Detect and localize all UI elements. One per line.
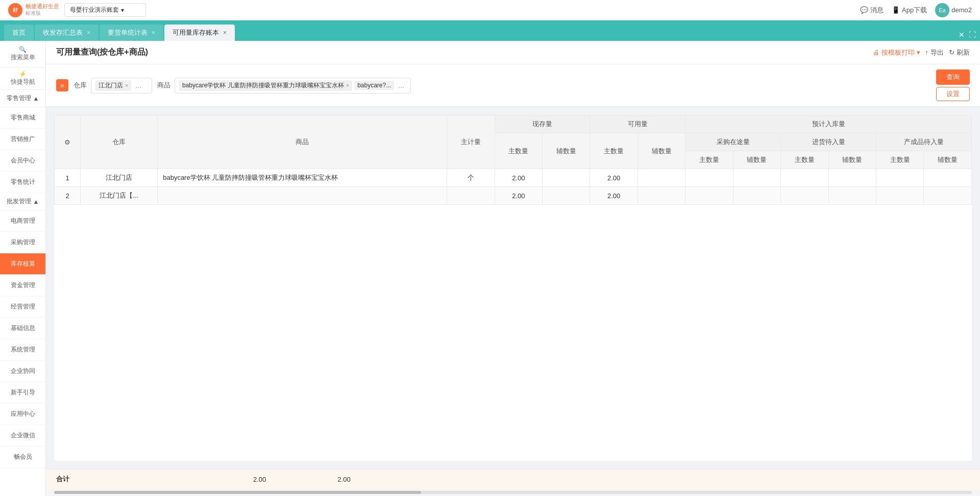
th-purchase-main: 主数量 xyxy=(685,151,733,169)
table-wrapper: ⚙ 仓库 商品 主计量 现存量 可用量 预计入库量 主数量 辅数量 主数量 xyxy=(54,115,972,461)
th-purchase-aux: 辅数量 xyxy=(733,151,780,169)
sidebar-wholesale-label: 批发管理 xyxy=(7,197,31,206)
th-current-aux: 辅数量 xyxy=(543,133,590,169)
cell-available-aux xyxy=(638,187,685,205)
th-goods: 商品 xyxy=(158,115,447,169)
message-button[interactable]: 💬 消息 xyxy=(860,6,884,15)
th-gear: ⚙ xyxy=(55,115,81,169)
tab-order-stats[interactable]: 要货单统计表 × xyxy=(100,25,163,41)
th-current-stock: 现存量 xyxy=(495,115,590,133)
sidebar-member-label: 畅会员 xyxy=(14,453,32,461)
sidebar-ecommerce-label: 电商管理 xyxy=(11,217,35,225)
warehouse-filter-label: 仓库 xyxy=(74,81,87,90)
sidebar-item-marketing[interactable]: 营销推广 xyxy=(0,129,45,150)
sidebar-retail-label: 零售管理 xyxy=(7,94,31,103)
sidebar-item-wholesale-mgmt[interactable]: 批发管理 ▲ xyxy=(0,193,45,210)
goods-filter-tag1: babycare学饮杯 儿童防摔防撞吸管杯重力球吸嘴杯宝宝水杯 × xyxy=(179,80,352,91)
cell-available-main: 2.00 xyxy=(590,169,638,187)
sidebar-item-app-center[interactable]: 应用中心 xyxy=(0,404,45,425)
logo-area: 好 畅捷通好生意 标准版 xyxy=(8,3,59,17)
close-all-icon[interactable]: ✕ xyxy=(959,31,965,39)
sidebar-item-retail-stats[interactable]: 零售统计 xyxy=(0,172,45,193)
tab-receive-send[interactable]: 收发存汇总表 × xyxy=(35,25,99,41)
logo-texts: 畅捷通好生意 标准版 xyxy=(26,3,59,17)
page-actions: 🖨 按模板打印 ▾ ↑ 导出 ↻ 刷新 xyxy=(873,48,970,57)
settings-button[interactable]: 设置 xyxy=(936,87,970,101)
tab-home[interactable]: 首页 xyxy=(4,25,34,41)
cell-available-aux xyxy=(638,169,685,187)
gear-icon[interactable]: ⚙ xyxy=(64,138,70,146)
app-download-button[interactable]: 📱 App下载 xyxy=(892,6,927,15)
th-current-main: 主数量 xyxy=(495,133,542,169)
filter-area: » 仓库 江北门店 × ... 商品 babycare学饮杯 儿童防摔防撞吸管杯… xyxy=(46,64,980,107)
goods-filter-input[interactable]: babycare学饮杯 儿童防摔防撞吸管杯重力球吸嘴杯宝宝水杯 × babyca… xyxy=(175,78,411,93)
cell-main-unit xyxy=(447,187,495,205)
cell-current-main: 2.00 xyxy=(495,169,542,187)
table-row: 2 江北门店【... 2.00 2.00 xyxy=(55,187,972,205)
cell-purchase-aux xyxy=(733,187,780,205)
tab-receive-send-close[interactable]: × xyxy=(87,29,90,36)
export-button[interactable]: ↑ 导出 xyxy=(925,48,944,57)
logo-text: 畅捷通好生意 xyxy=(26,3,59,10)
cell-current-main: 2.00 xyxy=(495,187,542,205)
sidebar-item-retail-mall[interactable]: 零售商城 xyxy=(0,107,45,129)
sidebar-item-ecommerce-mgmt[interactable]: 电商管理 xyxy=(0,210,45,232)
sidebar-finance-label: 资金管理 xyxy=(11,281,35,290)
template-print-label: 按模板打印 xyxy=(881,48,915,57)
template-print-button[interactable]: 🖨 按模板打印 ▾ xyxy=(873,48,920,57)
filter-toggle-button[interactable]: » xyxy=(56,79,68,91)
sidebar-system-label: 系统管理 xyxy=(11,345,35,354)
cell-index: 2 xyxy=(55,187,81,205)
sidebar-inventory-label: 库存核算 xyxy=(11,259,35,268)
sidebar-item-basic-info[interactable]: 基础信息 xyxy=(0,318,45,339)
scroll-thumb[interactable] xyxy=(54,491,421,494)
query-button[interactable]: 查询 xyxy=(936,69,970,85)
content-area: 可用量查询(按仓库+商品) 🖨 按模板打印 ▾ ↑ 导出 ↻ 刷新 » xyxy=(46,41,980,496)
sidebar-item-member-center[interactable]: 会员中心 xyxy=(0,150,45,172)
sidebar-item-new-guide[interactable]: 新手引导 xyxy=(0,382,45,404)
refresh-icon: ↻ xyxy=(949,49,954,56)
sidebar-item-finance-mgmt[interactable]: 资金管理 xyxy=(0,275,45,296)
cell-product-wait-main xyxy=(876,169,923,187)
sidebar-item-system-mgmt[interactable]: 系统管理 xyxy=(0,339,45,361)
sidebar-item-enterprise-collab[interactable]: 企业协同 xyxy=(0,361,45,382)
sidebar-search[interactable]: 🔍 搜索菜单 xyxy=(0,41,45,67)
warehouse-filter-more[interactable]: ... xyxy=(133,81,143,89)
user-profile[interactable]: Ea demo2 xyxy=(935,3,972,17)
sidebar-operation-label: 经营管理 xyxy=(11,302,35,311)
goods-filter-more[interactable]: ... xyxy=(396,81,406,89)
sidebar-quick-nav[interactable]: ⚡ 快捷导航 xyxy=(0,67,45,90)
sidebar-item-member[interactable]: 畅会员 xyxy=(0,446,45,468)
tab-available-stock[interactable]: 可用量库存账本 × xyxy=(164,25,235,41)
page-title: 可用量查询(按仓库+商品) xyxy=(56,47,148,58)
sidebar-basic-info-label: 基础信息 xyxy=(11,324,35,333)
chevron-print-icon: ▾ xyxy=(917,49,920,56)
sidebar-enterprise-collab-label: 企业协同 xyxy=(11,367,35,375)
expand-icon[interactable]: ⛶ xyxy=(969,31,976,39)
sidebar-marketing-label: 营销推广 xyxy=(11,135,35,144)
tab-order-stats-close[interactable]: × xyxy=(152,29,155,36)
export-icon: ↑ xyxy=(925,49,929,56)
cell-goods: babycare学饮杯 儿童防摔防撞吸管杯重力球吸嘴杯宝宝水杯 xyxy=(158,169,447,187)
message-icon: 💬 xyxy=(860,6,868,14)
sidebar-item-operation-mgmt[interactable]: 经营管理 xyxy=(0,296,45,318)
industry-selector[interactable]: 母婴行业演示账套 ▾ xyxy=(64,3,146,17)
sidebar-item-purchase-mgmt[interactable]: 采购管理 xyxy=(0,232,45,253)
tab-home-label: 首页 xyxy=(12,28,26,37)
goods-tag1-close[interactable]: × xyxy=(346,82,349,88)
search-icon: 🔍 xyxy=(4,46,41,53)
tab-available-stock-close[interactable]: × xyxy=(223,29,227,36)
username-label: demo2 xyxy=(951,6,972,14)
warehouse-tag-close[interactable]: × xyxy=(125,82,128,88)
sidebar-item-inventory-check[interactable]: 库存核算 xyxy=(0,253,45,275)
refresh-button[interactable]: ↻ 刷新 xyxy=(949,48,970,57)
sidebar-item-enterprise-wechat[interactable]: 企业微信 xyxy=(0,425,45,446)
warehouse-filter-input[interactable]: 江北门店 × ... xyxy=(91,78,152,93)
sidebar-item-retail-mgmt[interactable]: 零售管理 ▲ xyxy=(0,90,45,107)
cell-goods-wait-aux xyxy=(828,169,876,187)
tab-receive-send-label: 收发存汇总表 xyxy=(43,28,83,37)
th-purchase-in-transit: 采购在途量 xyxy=(685,133,781,151)
main-layout: 🔍 搜索菜单 ⚡ 快捷导航 零售管理 ▲ 零售商城 营销推广 会员中心 零售统计… xyxy=(0,41,980,496)
goods-tag1-value: babycare学饮杯 儿童防摔防撞吸管杯重力球吸嘴杯宝宝水杯 xyxy=(182,81,344,90)
cell-purchase-main xyxy=(685,169,733,187)
